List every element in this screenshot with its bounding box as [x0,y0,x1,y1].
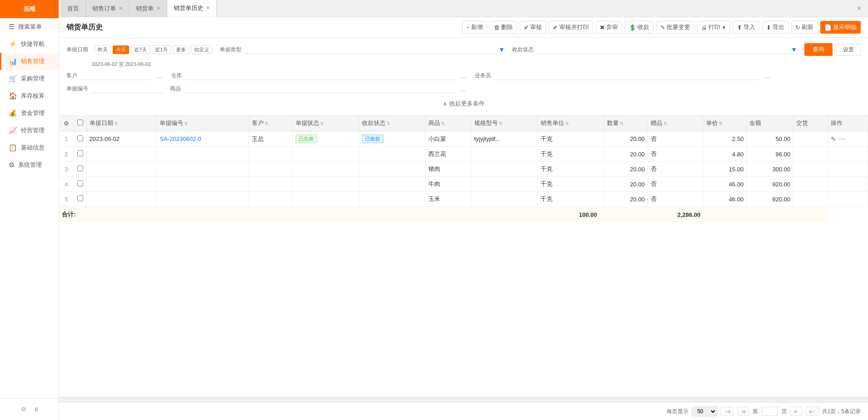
sort-goods-icon: ⇅ [441,121,445,126]
edit-icon-0[interactable]: ✎ [831,135,836,143]
btn-today[interactable]: 今天 [113,45,129,54]
collapse-label: 收起更多条件 [449,100,485,108]
table-row: 4牛肉千克20.00否46.00920.00 [59,177,868,192]
btn-collect[interactable]: 💲 收款 [625,21,653,34]
tab-sales-history[interactable]: 销货单历史 ✕ [167,0,217,17]
row-customer-1 [249,147,292,162]
select-all-checkbox[interactable] [77,120,83,125]
col-unit-header[interactable]: 销售单位⇅ [538,115,604,131]
export-icon: ⬇ [766,24,771,31]
col-gift-header[interactable]: 赠品⇅ [647,115,703,131]
doc-no-input[interactable] [91,85,163,93]
col-goods-header[interactable]: 商品⇅ [425,115,471,131]
sidebar-item-quick-nav[interactable]: ⚡ 快捷导航 [0,35,59,53]
row-unit-0: 千克 [538,131,604,147]
column-settings-icon[interactable]: ⚙ [64,120,69,127]
goods-ellipsis[interactable]: ... [458,85,467,93]
btn-audit[interactable]: ✔ 审核 [520,21,546,34]
sidebar-item-stock-calc[interactable]: 🏠 库存核算 [0,87,59,105]
warehouse-input[interactable] [185,71,456,80]
pause-bottom-icon[interactable]: ⏸ [34,406,40,413]
page-size-select[interactable]: 50 100 200 [692,406,717,416]
sidebar-item-label: 系统管理 [18,161,42,169]
btn-refresh[interactable]: ↻ 刷新 [791,21,818,34]
search-button[interactable]: 查询 [804,43,833,56]
staff-input[interactable] [494,71,760,80]
btn-audit-print[interactable]: ✔ 审核并打印 [549,21,593,34]
doc-type-dropdown-icon[interactable]: ▼ [498,46,505,53]
btn-abandon[interactable]: ✖ 弃审 [596,21,622,34]
btn-1month[interactable]: 近1月 [152,45,171,54]
col-settings[interactable]: ⚙ [59,115,74,131]
tab-sales-order[interactable]: 销售订单 ✕ [86,0,130,17]
more-icon-0[interactable]: ⋯ [839,135,845,143]
collapse-button[interactable]: ∧ 收起更多条件 [439,98,488,110]
col-delivery-header[interactable]: 交货 [793,115,828,131]
settings-bottom-icon[interactable]: ⚙ [21,406,26,413]
sidebar-item-ops-mgmt[interactable]: 📈 经营管理 [0,122,59,139]
collect-status-input[interactable] [537,45,791,54]
btn-print[interactable]: 🖨 打印 ▼ [697,21,730,34]
btn-delete[interactable]: 🗑 删除 [490,21,517,34]
col-collect-status-header[interactable]: 收款状态⇅ [359,115,425,131]
last-page-btn[interactable]: ▶| [806,407,818,416]
sidebar-item-sys-mgmt[interactable]: ⚙ 系统管理 [0,156,59,174]
btn-import[interactable]: ⬆ 导入 [733,21,759,34]
horizontal-scrollbar[interactable] [59,397,868,402]
tab-sales-history-close[interactable]: ✕ [206,5,210,11]
btn-new[interactable]: + 新增 [462,21,487,34]
row-price-2: 15.00 [703,162,746,177]
sidebar-item-search-menu[interactable]: ☰ 搜索菜单 [0,18,59,35]
row-amount-1: 96.00 [747,147,793,162]
customer-input[interactable] [80,71,152,80]
sidebar-item-sales-mgmt[interactable]: 📊 销售管理 [0,53,59,70]
filter-doc-no: 单据编号 [66,85,163,93]
sidebar-item-finance-mgmt[interactable]: 💰 资金管理 [0,105,59,122]
tab-sales-goods-label: 销货单 [136,5,154,13]
tab-sales-goods-close[interactable]: ✕ [156,5,161,11]
col-date-header[interactable]: 单据日期⇅ [86,115,157,131]
btn-show-detail[interactable]: 📄 显示明细 [820,21,861,34]
staff-ellipsis[interactable]: ... [763,72,772,80]
collect-status-dropdown-icon[interactable]: ▼ [791,46,797,53]
col-spec-header[interactable]: 规格型号⇅ [472,115,538,131]
row-date-3 [86,177,157,192]
btn-batch-change[interactable]: ✎ 批量变更 [656,21,694,34]
col-checkbox[interactable] [74,115,86,131]
customer-ellipsis[interactable]: ... [155,72,164,80]
col-status-header[interactable]: 单据状态⇅ [292,115,359,131]
row-checkbox-0[interactable] [74,131,86,147]
col-amount-header[interactable]: 金额 [747,115,793,131]
btn-more[interactable]: 更多 [173,45,189,54]
sidebar-item-label: 库存核算 [21,92,45,100]
warehouse-ellipsis[interactable]: ... [459,72,468,80]
tab-home-label: 首页 [67,5,79,13]
page-input[interactable]: 1 [762,407,778,416]
doc-no-link-0[interactable]: SA-20230602-0 [160,135,201,142]
prev-page-btn[interactable]: ◀ [738,407,749,416]
tab-sales-goods[interactable]: 销货单 ✕ [130,0,167,17]
set-button[interactable]: 设置 [836,44,861,56]
row-checkbox-4[interactable] [74,192,86,207]
sidebar-item-base-info[interactable]: 📋 基础信息 [0,139,59,156]
col-customer-header[interactable]: 客户⇅ [249,115,292,131]
btn-custom[interactable]: 自定义 [191,45,212,54]
close-all-tabs[interactable]: ✕ [852,5,866,12]
sidebar-item-purchase-mgmt[interactable]: 🛒 采购管理 [0,70,59,87]
sort-date-icon: ⇅ [114,121,118,126]
btn-export[interactable]: ⬇ 导出 [762,21,788,34]
doc-type-input[interactable] [244,45,498,54]
next-page-btn[interactable]: ▶ [791,407,802,416]
row-checkbox-3[interactable] [74,177,86,192]
row-checkbox-2[interactable] [74,162,86,177]
tab-home[interactable]: 首页 [61,0,86,17]
tab-sales-order-close[interactable]: ✕ [119,5,123,11]
row-checkbox-1[interactable] [74,147,86,162]
col-price-header[interactable]: 单价⇅ [703,115,746,131]
col-no-header[interactable]: 单据编号⇅ [157,115,249,131]
col-qty-header[interactable]: 数量⇅ [604,115,647,131]
goods-input[interactable] [184,85,456,93]
first-page-btn[interactable]: |◀ [721,407,733,416]
btn-yesterday[interactable]: 昨天 [95,45,111,54]
btn-7days[interactable]: 近7天 [131,45,150,54]
